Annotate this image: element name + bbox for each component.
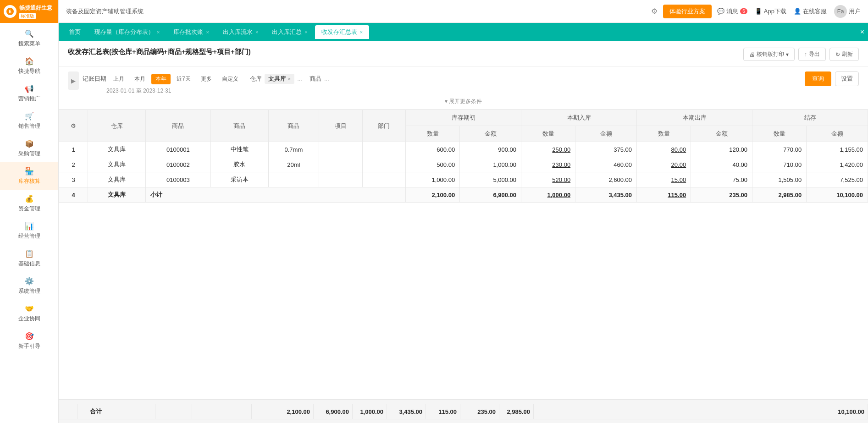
- cell-in-qty[interactable]: 520.00: [521, 172, 575, 187]
- col-bal-qty-header: 数量: [752, 126, 807, 142]
- store-icon: 🏪: [25, 167, 34, 176]
- subtotal-out-qty[interactable]: 115.00: [637, 187, 691, 203]
- tab-batch-ledger-close[interactable]: ×: [206, 29, 209, 35]
- print-icon: 🖨: [749, 51, 755, 58]
- sidebar-item-basic[interactable]: 📋 基础信息: [0, 245, 58, 272]
- table-row: 3 文具库 0100003 采访本 1,000.00 5,000.00 520.…: [59, 172, 868, 187]
- footer-open-qty: 2,100.00: [279, 404, 314, 419]
- expand-more-button[interactable]: ▾ 展开更多条件: [445, 98, 482, 104]
- main-area: 装备及固定资产辅助管理系统 ⚙ 体验行业方案 💬 消息 6 📱 App下载 👤 …: [59, 0, 868, 423]
- sidebar-item-finance[interactable]: 💰 资金管理: [0, 190, 58, 217]
- tab-in-out-flow[interactable]: 出入库流水 ×: [216, 25, 265, 39]
- date-btn-this-month[interactable]: 本月: [130, 74, 149, 84]
- warehouse-label: 仓库: [250, 75, 262, 83]
- footer-empty4: [192, 404, 224, 419]
- chart-icon: 📊: [25, 222, 34, 231]
- warehouse-tag-close[interactable]: ×: [288, 76, 291, 82]
- footer-empty5: [224, 404, 252, 419]
- cell-in-qty[interactable]: 250.00: [521, 142, 575, 157]
- footer-out-amt: 235.00: [460, 404, 499, 419]
- sidebar-item-sales[interactable]: 🛒 销售管理: [0, 107, 58, 135]
- warehouse-more-dots[interactable]: ...: [297, 76, 302, 82]
- cell-out-qty[interactable]: 15.00: [637, 172, 691, 187]
- cell-out-amt: 120.00: [691, 142, 752, 157]
- table-wrapper: ⚙ 仓库 商品 商品 商品 项目 部门 库存期初 本期入库 本期出库 结存 数量: [59, 110, 868, 399]
- col-out-header: 本期出库: [637, 110, 752, 126]
- megaphone-icon: 📢: [25, 84, 34, 93]
- warehouse-tag: 文具库 ×: [265, 74, 294, 84]
- online-service-action[interactable]: 👤 在线客服: [794, 7, 827, 16]
- header-right-actions: 🖨 核销版打印 ▾ ↑ 导出 ↻ 刷新: [743, 48, 859, 61]
- sidebar-item-inventory[interactable]: 🏪 库存核算: [0, 162, 58, 190]
- tab-stock-dist-close[interactable]: ×: [157, 29, 160, 35]
- sidebar-item-purchase[interactable]: 📦 采购管理: [0, 135, 58, 162]
- export-button[interactable]: ↑ 导出: [798, 48, 826, 61]
- goods-label: 商品: [310, 75, 321, 83]
- sidebar-item-operation[interactable]: 📊 经营管理: [0, 217, 58, 245]
- sidebar-item-newbie[interactable]: 🎯 新手引导: [0, 327, 58, 355]
- sidebar-item-system[interactable]: ⚙️ 系统管理: [0, 272, 58, 300]
- cell-spec: 20ml: [268, 157, 319, 172]
- message-action[interactable]: 💬 消息 6: [717, 7, 747, 16]
- tab-collect-summary-close[interactable]: ×: [360, 29, 363, 35]
- target-icon: 🎯: [25, 332, 34, 341]
- cell-spec: [268, 172, 319, 187]
- query-action-group: 查询 设置: [805, 71, 859, 86]
- cell-open-amt: 1,000.00: [460, 157, 521, 172]
- refresh-button[interactable]: ↻ 刷新: [829, 48, 859, 61]
- tab-batch-ledger[interactable]: 库存批次账 ×: [167, 25, 215, 39]
- cell-project: [319, 142, 363, 157]
- tab-collect-summary[interactable]: 收发存汇总表 ×: [315, 25, 369, 39]
- table-row: 2 文具库 0100002 胶水 20ml 500.00 1,000.00 23…: [59, 157, 868, 172]
- tab-in-out-summary-close[interactable]: ×: [304, 29, 307, 35]
- sidebar-item-marketing[interactable]: 📢 营销推广: [0, 80, 58, 107]
- filter-collapse-button[interactable]: ▶: [68, 71, 79, 90]
- logo-text: 畅捷通好生意 标准版: [19, 4, 52, 19]
- top-header: 装备及固定资产辅助管理系统 ⚙ 体验行业方案 💬 消息 6 📱 App下载 👤 …: [59, 0, 868, 23]
- subtotal-in-qty[interactable]: 1,000.00: [521, 187, 575, 203]
- date-btn-7days[interactable]: 近7天: [172, 74, 195, 84]
- cell-in-qty[interactable]: 230.00: [521, 157, 575, 172]
- app-download-action[interactable]: 📱 App下载: [755, 7, 786, 16]
- date-btn-this-year[interactable]: 本年: [151, 74, 171, 84]
- goods-more-dots[interactable]: ...: [324, 76, 329, 82]
- col-opening-amt-header: 金额: [460, 126, 521, 142]
- date-btn-custom[interactable]: 自定义: [218, 74, 243, 84]
- gear-icon: ⚙️: [25, 277, 34, 286]
- cell-out-qty[interactable]: 20.00: [637, 157, 691, 172]
- footer-open-amt: 6,900.00: [314, 404, 353, 419]
- tab-home[interactable]: 首页: [62, 25, 87, 39]
- user-action[interactable]: Ea 用户: [834, 5, 861, 18]
- setting-button[interactable]: 设置: [835, 71, 859, 86]
- footer-in-qty: 1,000.00: [353, 404, 387, 419]
- cell-name: 胶水: [210, 157, 268, 172]
- tab-bar: 首页 现存量（库存分布表） × 库存批次账 × 出入库流水 × 出入库汇总 × …: [59, 23, 868, 41]
- sidebar-item-quick[interactable]: 🏠 快捷导航: [0, 52, 58, 80]
- query-button[interactable]: 查询: [805, 71, 831, 86]
- header-actions: 💬 消息 6 📱 App下载 👤 在线客服 Ea 用户: [717, 5, 861, 18]
- col-name-header: 商品: [210, 110, 268, 142]
- cell-out-qty[interactable]: 80.00: [637, 142, 691, 157]
- cell-open-qty: 1,000.00: [406, 172, 460, 187]
- col-balance-header: 结存: [752, 110, 868, 126]
- date-btn-more[interactable]: 更多: [197, 74, 216, 84]
- cell-in-amt: 375.00: [575, 142, 637, 157]
- tab-in-out-flow-close[interactable]: ×: [255, 29, 258, 35]
- cell-dept: [362, 142, 406, 157]
- date-btn-last-month[interactable]: 上月: [109, 74, 128, 84]
- tab-stock-dist[interactable]: 现存量（库存分布表） ×: [88, 25, 166, 39]
- settings-gear-icon[interactable]: ⚙: [651, 7, 658, 16]
- sidebar-item-search[interactable]: 🔍 搜索菜单: [0, 25, 58, 52]
- cell-warehouse: 文具库: [88, 142, 146, 157]
- tab-bar-close-icon[interactable]: ×: [860, 28, 864, 36]
- print-button[interactable]: 🖨 核销版打印 ▾: [743, 48, 795, 61]
- cell-bal-qty: 770.00: [752, 142, 807, 157]
- trial-button[interactable]: 体验行业方案: [663, 5, 712, 18]
- sidebar-item-enterprise[interactable]: 🤝 企业协同: [0, 300, 58, 327]
- tab-in-out-summary[interactable]: 出入库汇总 ×: [265, 25, 314, 39]
- date-filter-group: 记账日期 上月 本月 本年 近7天 更多 自定义: [83, 74, 243, 84]
- table-gear-icon[interactable]: ⚙: [71, 122, 76, 129]
- col-out-amt-header: 金额: [691, 126, 752, 142]
- system-title: 装备及固定资产辅助管理系统: [66, 7, 646, 16]
- message-icon: 💬: [717, 8, 724, 15]
